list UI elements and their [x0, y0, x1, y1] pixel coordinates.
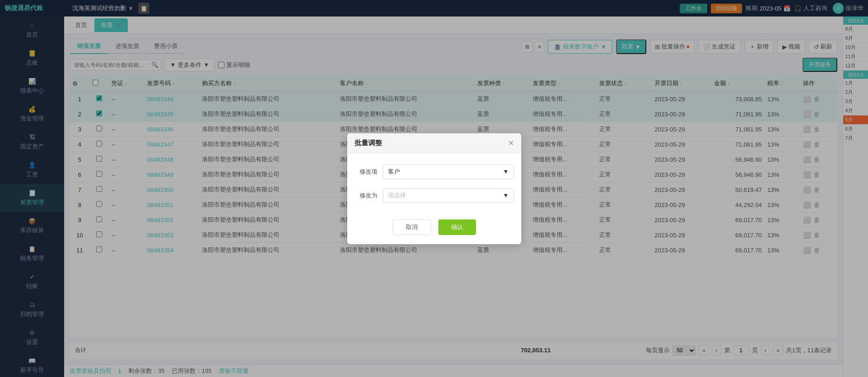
modal-footer: 取消 确认: [347, 214, 521, 244]
modal-field-change: 修改为 请选择 ▼: [355, 188, 514, 203]
modify-item-value: 客户: [388, 168, 400, 176]
modify-item-dropdown-icon: ▼: [503, 168, 509, 175]
modify-to-dropdown-icon: ▼: [503, 192, 509, 199]
modify-item-label: 修改项: [355, 168, 377, 176]
modal-title: 批量调整: [355, 139, 382, 148]
modify-to-placeholder: 请选择: [388, 191, 406, 200]
modal-confirm-btn[interactable]: 确认: [438, 219, 476, 235]
modal-body: 修改项 客户 ▼ 修改为 请选择 ▼: [347, 153, 521, 214]
modal-header: 批量调整 ✕: [347, 133, 521, 153]
modal-overlay: 批量调整 ✕ 修改项 客户 ▼ 修改为 请选择 ▼ 取消 确认: [0, 0, 868, 377]
modify-item-select[interactable]: 客户 ▼: [383, 164, 514, 179]
modal-close-btn[interactable]: ✕: [508, 139, 514, 148]
modal-cancel-btn[interactable]: 取消: [393, 219, 431, 235]
batch-adjust-modal: 批量调整 ✕ 修改项 客户 ▼ 修改为 请选择 ▼ 取消 确认: [347, 133, 521, 244]
modify-to-select[interactable]: 请选择 ▼: [383, 188, 514, 203]
modify-to-label: 修改为: [355, 191, 377, 200]
modal-field-item: 修改项 客户 ▼: [355, 164, 514, 179]
